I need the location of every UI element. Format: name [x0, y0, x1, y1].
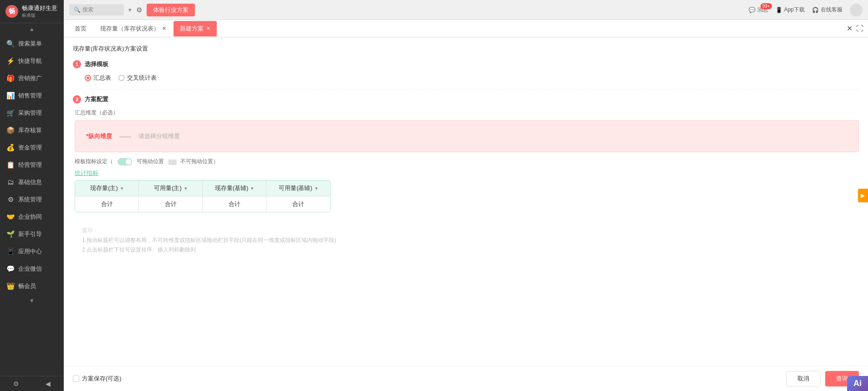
logo-text: 畅康通好生意 标准版 [22, 5, 57, 18]
sidebar-item-label: 畅会员 [18, 282, 36, 290]
tab-home[interactable]: 首页 [68, 21, 93, 36]
sidebar: 畅 畅康通好生意 标准版 ▲ 🔍 搜索菜单 ⚡ 快捷导航 🎁 营销推广 📊 销售… [0, 0, 64, 391]
stats-body-col-2: 合计 [203, 196, 266, 212]
right-side-indicator[interactable]: ▶ [858, 189, 868, 202]
stats-title: 统计指标 [75, 169, 859, 177]
step-divider [73, 89, 859, 90]
customer-service-item[interactable]: 🎧 在线客服 [812, 6, 842, 14]
cart-icon: 🛒 [6, 109, 15, 117]
tab-inventory-label: 现存量（库存状况表） [100, 25, 159, 33]
stats-header-row: 现存量(主) ▾ 可用量(主) ▾ 现存量(基辅) ▾ [75, 180, 330, 196]
sidebar-item-basic[interactable]: 🗂 基础信息 [0, 174, 64, 191]
panel-close-btn[interactable]: ✕ [847, 24, 853, 33]
sidebar-item-wechat[interactable]: 💬 企业微信 [0, 260, 64, 278]
sidebar-item-label: 营销推广 [18, 74, 42, 82]
tip-title: 提示： [82, 227, 98, 233]
col-sub: 合计 [229, 200, 240, 208]
sidebar-item-sales[interactable]: 📊 销售管理 [0, 87, 64, 104]
stats-header-col-0[interactable]: 现存量(主) ▾ [75, 180, 139, 196]
chevron-down-icon[interactable]: ▾ [121, 185, 123, 191]
download-icon: 📱 [776, 7, 782, 13]
message-item[interactable]: 💬 消息 99+ [749, 6, 768, 14]
stats-header-col-1[interactable]: 可用量(主) ▾ [139, 180, 203, 196]
step1-block: 1 选择模板 汇总表 交叉统计表 [73, 60, 859, 82]
folder-icon: 🗂 [6, 178, 15, 186]
sidebar-item-finance[interactable]: 💰 资金管理 [0, 139, 64, 156]
scroll-down-arrow[interactable]: ▼ [28, 297, 36, 305]
radio-summary-table[interactable]: 汇总表 [85, 74, 111, 82]
sidebar-item-newcomer[interactable]: 🌱 新手引导 [0, 226, 64, 243]
stats-body-col-1: 合计 [139, 196, 203, 212]
col-sub: 合计 [292, 200, 304, 208]
settings-footer-btn[interactable]: ⚙ [13, 380, 19, 387]
topbar-gear-icon[interactable]: ⚙ [136, 6, 142, 14]
step2-block: 2 方案配置 汇总维度（必选） *纵向维度 —— 请选择分组维度 模板指标设定（… [73, 95, 859, 260]
tab-new-scheme[interactable]: 新建方案 ✕ [174, 21, 217, 36]
scroll-up-arrow[interactable]: ▲ [28, 25, 36, 33]
sidebar-scroll-down[interactable]: ▼ [0, 295, 64, 307]
gift-icon: 🎁 [6, 74, 15, 82]
radio-summary-circle [85, 75, 91, 81]
panel-expand-btn[interactable]: ⛶ [856, 25, 863, 33]
sidebar-item-membership[interactable]: 👑 畅会员 [0, 278, 64, 295]
promo-button[interactable]: 体验行业方案 [147, 4, 195, 16]
topbar-search[interactable]: 🔍 搜索 [69, 4, 124, 15]
chevron-down-icon[interactable]: ▾ [315, 185, 318, 191]
user-avatar[interactable] [850, 4, 863, 16]
radio-cross-table[interactable]: 交叉统计表 [118, 74, 157, 82]
chevron-down-icon[interactable]: ▾ [251, 185, 254, 191]
sidebar-item-label: 应用中心 [18, 247, 42, 256]
sidebar-item-label: 新手引导 [18, 230, 42, 238]
box-icon: 📦 [6, 126, 15, 134]
dimension-area[interactable]: *纵向维度 —— 请选择分组维度 [75, 120, 859, 152]
collapse-footer-btn[interactable]: ◀ [46, 380, 51, 387]
money-icon: 💰 [6, 144, 15, 152]
chat-icon: 💬 [6, 265, 15, 273]
tab-inventory-status[interactable]: 现存量（库存状况表） ✕ [94, 21, 173, 36]
search-text: 搜索 [82, 6, 93, 14]
sidebar-item-label: 经营管理 [18, 161, 42, 169]
sidebar-item-operations[interactable]: 📋 经营管理 [0, 156, 64, 174]
tab-new-scheme-close[interactable]: ✕ [206, 26, 210, 31]
draggable-toggle[interactable] [117, 158, 132, 165]
app-logo: 畅 畅康通好生意 标准版 [0, 0, 64, 23]
ai-badge[interactable]: Ai [847, 376, 868, 391]
seedling-icon: 🌱 [6, 230, 15, 238]
save-checkbox[interactable] [73, 376, 79, 382]
sidebar-item-label: 快捷导航 [18, 57, 42, 65]
step1-number: 1 [73, 60, 81, 68]
template-radio-group: 汇总表 交叉统计表 [85, 74, 859, 82]
sidebar-item-cooperation[interactable]: 🤝 企业协同 [0, 208, 64, 226]
sidebar-scroll-up[interactable]: ▲ [0, 23, 64, 35]
non-draggable-indicator [168, 159, 176, 164]
cancel-button[interactable]: 取消 [786, 371, 821, 386]
step1-header: 1 选择模板 [73, 60, 859, 68]
non-draggable-label: 不可拖动位置） [180, 158, 219, 165]
topbar-dropdown-icon[interactable]: ▾ [128, 6, 132, 13]
sidebar-item-shortcut[interactable]: ⚡ 快捷导航 [0, 52, 64, 70]
sidebar-item-purchase[interactable]: 🛒 采购管理 [0, 104, 64, 122]
tab-new-scheme-label: 新建方案 [180, 25, 204, 33]
sidebar-item-label: 库存核算 [18, 126, 42, 134]
message-icon: 💬 [749, 7, 756, 13]
sidebar-item-search[interactable]: 🔍 搜索菜单 [0, 35, 64, 52]
sidebar-item-marketing[interactable]: 🎁 营销推广 [0, 70, 64, 87]
stats-header-col-2[interactable]: 现存量(基辅) ▾ [203, 180, 266, 196]
step2-title: 方案配置 [85, 95, 108, 103]
tab-inventory-close[interactable]: ✕ [162, 26, 166, 31]
sidebar-item-appstore[interactable]: 📱 应用中心 [0, 243, 64, 260]
sidebar-item-label: 采购管理 [18, 109, 42, 117]
sidebar-item-inventory[interactable]: 📦 库存核算 [0, 122, 64, 139]
stats-body-row: 合计 合计 合计 合计 [75, 196, 330, 212]
tabbar: 首页 现存量（库存状况表） ✕ 新建方案 ✕ ✕ ⛶ [64, 20, 868, 37]
sidebar-item-label: 系统管理 [18, 196, 42, 204]
sidebar-item-system[interactable]: ⚙ 系统管理 [0, 191, 64, 208]
sidebar-item-label: 资金管理 [18, 144, 42, 152]
chevron-down-icon[interactable]: ▾ [184, 185, 187, 191]
stats-header-col-3[interactable]: 可用量(基辅) ▾ [266, 180, 330, 196]
topbar-right: 💬 消息 99+ 📱 App下载 🎧 在线客服 [749, 4, 863, 16]
indicator-setting-label: 模板指标设定（ [75, 158, 113, 165]
app-download-item[interactable]: 📱 App下载 [776, 6, 805, 14]
sidebar-footer: ⚙ ◀ [0, 376, 64, 391]
headset-icon: 🎧 [812, 7, 819, 13]
